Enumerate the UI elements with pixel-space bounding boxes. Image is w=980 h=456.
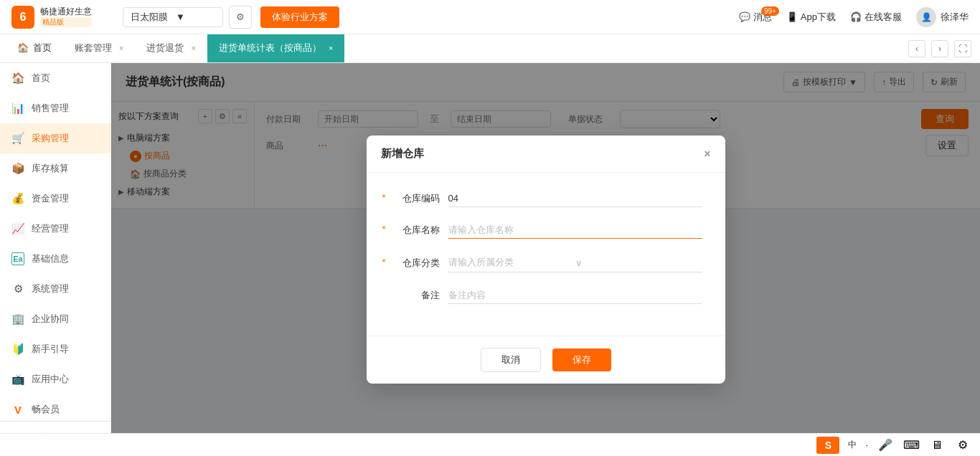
category-label: 仓库分类 [390,257,440,270]
sidebar-item-stock-label: 库存核算 [32,162,69,175]
modal-title: 新增仓库 [381,147,424,161]
tab-home-label: 首页 [33,42,52,54]
brand-name: 畅捷通好生意 [40,6,92,18]
modal-close-button[interactable]: × [704,148,710,160]
tab-accounts-label: 账套管理 [75,42,112,54]
store-name: 日太阳膜 [131,11,170,24]
tab-fullscreen-button[interactable]: ⛶ [954,40,971,57]
monitor-icon[interactable]: 🖥 [928,437,946,454]
user-name: 徐泽华 [941,11,969,24]
sidebar-item-purchase[interactable]: 🛒 采购管理 [0,123,110,153]
sidebar-item-vip-label: 畅会员 [32,403,60,416]
name-input[interactable] [448,222,702,239]
brand-badge: 精品版 [40,17,92,27]
tab-accounts-close[interactable]: × [119,44,123,52]
modal-overlay[interactable]: 新增仓库 × 仓库编码 仓库名称 仓库分类 请输入所属分 [111,63,980,456]
sidebar-item-system[interactable]: ⚙ 系统管理 [0,274,110,304]
sidebar-item-purchase-label: 采购管理 [32,132,69,145]
settings-button[interactable]: ⚙ [229,6,252,29]
online-service-label: 在线客服 [864,11,902,24]
sidebar-item-finance[interactable]: 💰 资金管理 [0,184,110,214]
tab-purchase-stats[interactable]: 进货单统计表（按商品） × [207,34,344,62]
category-select[interactable]: 请输入所属分类 ∨ [448,253,702,272]
sidebar-item-guide[interactable]: 🔰 新手引导 [0,334,110,364]
system-icon: ⚙ [11,282,24,295]
sidebar-item-home[interactable]: 🏠 首页 [0,63,110,93]
category-dropdown-arrow: ∨ [575,257,702,268]
form-row-note: 备注 [390,287,702,304]
tab-next-button[interactable]: › [931,40,948,57]
online-service-item[interactable]: 🎧 在线客服 [850,11,902,24]
vip-icon: V [11,403,24,416]
category-placeholder: 请输入所属分类 [448,256,575,269]
apps-icon: 📺 [11,373,24,386]
tab-purchase-return-close[interactable]: × [191,44,195,52]
sales-icon: 📊 [11,102,24,115]
mic-icon[interactable]: 🎤 [877,437,894,454]
purchase-icon: 🛒 [11,132,24,145]
code-input[interactable] [448,190,702,207]
modal-new-warehouse: 新增仓库 × 仓库编码 仓库名称 仓库分类 请输入所属分 [367,136,725,384]
form-row-code: 仓库编码 [390,190,702,207]
zh-input-btn[interactable]: 中 [848,439,857,451]
sidebar-item-stock[interactable]: 📦 库存核算 [0,153,110,184]
bottom-settings-icon[interactable]: ⚙ [954,437,971,454]
sidebar-item-operation-label: 经营管理 [32,222,69,235]
bottom-bar: S 中 · 🎤 ⌨ 🖥 ⚙ [0,433,980,456]
stock-icon: 📦 [11,162,24,175]
tab-bar: 🏠 首页 账套管理 × 进货退货 × 进货单统计表（按商品） × ‹ › ⛶ [0,34,980,63]
sidebar-item-apps[interactable]: 📺 应用中心 [0,364,110,394]
modal-body: 仓库编码 仓库名称 仓库分类 请输入所属分类 ∨ [367,173,725,336]
sidebar-item-vip[interactable]: V 畅会员 [0,394,110,424]
finance-icon: 💰 [11,192,24,205]
tab-accounts[interactable]: 账套管理 × [63,34,135,62]
note-label: 备注 [390,289,440,302]
form-row-name: 仓库名称 [390,222,702,239]
home-icon: 🏠 [17,42,29,53]
note-input[interactable] [448,287,702,304]
tab-purchase-stats-close[interactable]: × [329,44,333,52]
sidebar-item-sales[interactable]: 📊 销售管理 [0,93,110,123]
sidebar-item-operation[interactable]: 📈 经营管理 [0,214,110,244]
app-download-label: App下载 [801,11,836,24]
top-header: 6 畅捷通好生意 精品版 日太阳膜 ▼ ⚙ 体验行业方案 💬 消息 99+ 📱 … [0,0,980,34]
trial-button[interactable]: 体验行业方案 [260,6,339,28]
sidebar-item-basic-label: 基础信息 [32,252,69,265]
sidebar-item-enterprise[interactable]: 🏢 企业协同 [0,304,110,334]
headset-icon: 🎧 [850,11,862,22]
phone-icon: 📱 [786,11,798,22]
modal-header: 新增仓库 × [367,136,725,173]
basic-icon: Ea [11,252,24,265]
message-item[interactable]: 💬 消息 99+ [739,11,772,24]
main-layout: 🏠 首页 📊 销售管理 🛒 采购管理 📦 库存核算 💰 资金管理 📈 经营管理 … [0,63,980,456]
dot-separator: · [865,440,868,450]
logo-area: 6 畅捷通好生意 精品版 [11,6,123,29]
app-download-item[interactable]: 📱 App下载 [786,11,836,24]
sidebar-item-finance-label: 资金管理 [32,192,69,205]
sidebar-item-enterprise-label: 企业协同 [32,313,69,326]
sidebar-item-apps-label: 应用中心 [32,373,69,386]
gear-icon: ⚙ [236,11,245,22]
home-icon: 🏠 [11,72,24,85]
store-dropdown-arrow: ▼ [176,11,215,22]
tab-bar-right: ‹ › ⛶ [908,34,974,62]
guide-icon: 🔰 [11,343,24,356]
content-area: 进货单统计(按商品) 🖨 按模板打印 ▼ ↑ 导出 ↻ 刷新 [111,63,980,456]
header-right: 💬 消息 99+ 📱 App下载 🎧 在线客服 👤 徐泽华 [739,7,969,27]
save-button[interactable]: 保存 [552,348,611,371]
code-label: 仓库编码 [390,192,440,205]
user-area[interactable]: 👤 徐泽华 [916,7,969,27]
cancel-button[interactable]: 取消 [481,348,541,372]
tab-purchase-return[interactable]: 进货退货 × [135,34,207,62]
form-row-category: 仓库分类 请输入所属分类 ∨ [390,253,702,272]
user-avatar: 👤 [916,7,936,27]
tab-prev-button[interactable]: ‹ [908,40,925,57]
message-badge: 99+ [761,6,779,16]
store-selector[interactable]: 日太阳膜 ▼ [123,7,223,27]
sidebar-item-basic[interactable]: Ea 基础信息 [0,244,110,274]
tab-home[interactable]: 🏠 首页 [6,34,63,62]
keyboard-icon[interactable]: ⌨ [903,437,920,454]
brand-info: 畅捷通好生意 精品版 [40,6,92,28]
operation-icon: 📈 [11,222,24,235]
message-icon: 💬 [739,11,750,22]
